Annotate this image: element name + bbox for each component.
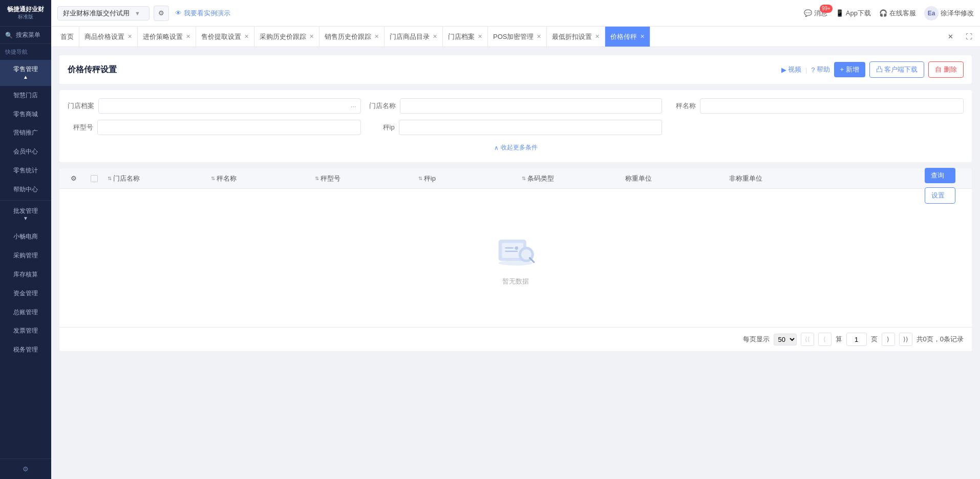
th-barcode: ⇅ 条码类型: [519, 174, 622, 183]
user-menu[interactable]: Ea 徐泽华修改: [924, 6, 974, 20]
scale-ip-input[interactable]: [399, 120, 663, 135]
sidebar-item-retail-mall[interactable]: 零售商城: [0, 105, 51, 124]
sidebar-item-member-center[interactable]: 会员中心: [0, 142, 51, 161]
message-icon: 💬: [804, 9, 812, 17]
messages-btn[interactable]: 💬 消息 99+: [804, 9, 827, 18]
sidebar-item-capital[interactable]: 资金管理: [0, 284, 51, 303]
sidebar-item-invoice[interactable]: 发票管理: [0, 321, 51, 340]
online-service-btn[interactable]: 🎧 在线客服: [879, 9, 916, 18]
quick-nav-label: 快捷导航: [0, 44, 51, 60]
chevron-up-icon: ∧: [494, 144, 499, 151]
search-icon: 🔍: [5, 32, 13, 39]
sort-icon[interactable]: ⇅: [315, 176, 319, 181]
delete-button[interactable]: 自 删除: [928, 61, 964, 78]
store-file-label: 门店档案: [68, 101, 94, 111]
sidebar-item-ledger[interactable]: 总账管理: [0, 303, 51, 322]
add-button[interactable]: + 新增: [834, 62, 865, 77]
pagination-bar: 每页显示 50 ⟨⟨ ⟨ 算 1 页 ⟩ ⟩⟩ 共0页，0条记录: [59, 327, 972, 351]
sidebar-item-inventory[interactable]: 库存核算: [0, 265, 51, 284]
download-button[interactable]: 凸 客户端下载: [869, 61, 925, 78]
demo-link[interactable]: 👁 我要看实例演示: [175, 9, 230, 18]
tab-label: 销售历史价跟踪: [325, 32, 371, 41]
separator: |: [805, 66, 807, 74]
store-file-input-wrapper[interactable]: ···: [98, 98, 361, 114]
tab-close-icon[interactable]: ✕: [374, 34, 379, 39]
sidebar-item-purchase[interactable]: 采购管理: [0, 246, 51, 265]
app-logo-sub: 标准版: [18, 13, 33, 20]
tab-close-icon[interactable]: ✕: [433, 34, 437, 39]
tab-close-icon[interactable]: ✕: [244, 34, 249, 39]
workspace-selector[interactable]: 好业财标准版交付试用 ▼: [57, 6, 150, 20]
workspace-settings-btn[interactable]: ⚙: [154, 6, 169, 21]
filter-row-2: 秤型号 秤ip: [68, 120, 964, 135]
search-menu[interactable]: 🔍 搜索菜单: [0, 27, 51, 44]
tab-purchase-history[interactable]: 采购历史价跟踪 ✕: [254, 27, 319, 47]
tab-min-discount[interactable]: 最低折扣设置 ✕: [547, 27, 605, 47]
sidebar-item-xiaochang[interactable]: 小畅电商: [0, 227, 51, 246]
sidebar-item-tax[interactable]: 税务管理: [0, 340, 51, 359]
close-tab-btn[interactable]: ✕: [943, 30, 957, 44]
video-link[interactable]: ▶ 视频: [781, 65, 801, 74]
sort-icon[interactable]: ⇅: [211, 176, 215, 181]
next-page-btn[interactable]: ⟩: [882, 333, 895, 346]
tab-close-icon[interactable]: ✕: [127, 34, 132, 39]
sidebar-item-label: 库存核算: [13, 270, 38, 279]
sidebar-item-smart-store[interactable]: 智慧门店: [0, 86, 51, 105]
tab-price-scale[interactable]: 价格传秤 ✕: [605, 27, 650, 47]
th-settings[interactable]: ⚙: [63, 175, 84, 182]
app-download-btn[interactable]: 📱 App下载: [836, 9, 871, 18]
maximize-tab-btn[interactable]: ⛶: [962, 30, 976, 44]
tab-store-catalog[interactable]: 门店商品目录 ✕: [385, 27, 443, 47]
scale-name-label: 秤名称: [670, 101, 696, 111]
tab-close-icon[interactable]: ✕: [478, 34, 482, 39]
scale-name-input[interactable]: [700, 98, 964, 114]
first-page-btn[interactable]: ⟨⟨: [801, 333, 814, 346]
tab-price-setting[interactable]: 商品价格设置 ✕: [79, 27, 138, 47]
empty-state: 暂无数据: [59, 189, 972, 327]
tab-store-files[interactable]: 门店档案 ✕: [443, 27, 488, 47]
tab-close-icon[interactable]: ✕: [309, 34, 314, 39]
empty-illustration: [490, 230, 541, 271]
sidebar-item-retail-stats[interactable]: 零售统计: [0, 161, 51, 180]
sidebar-item-marketing[interactable]: 营销推广: [0, 123, 51, 142]
sidebar-divider: [0, 200, 51, 201]
tab-close-icon[interactable]: ✕: [537, 34, 541, 39]
tab-purchase-strategy[interactable]: 进价策略设置 ✕: [138, 27, 196, 47]
collapse-btn[interactable]: ∧ 收起更多条件: [494, 141, 538, 154]
store-file-input[interactable]: [103, 102, 349, 110]
help-link[interactable]: ? 帮助: [811, 65, 829, 74]
sidebar-item-label: 税务管理: [13, 345, 38, 354]
select-all-checkbox[interactable]: [91, 175, 98, 182]
sidebar-item-label: 发票管理: [13, 326, 38, 335]
sidebar-item-help-center[interactable]: 帮助中心: [0, 180, 51, 199]
play-icon: ▶: [781, 66, 786, 74]
tab-pos-security[interactable]: POS加密管理 ✕: [488, 27, 547, 47]
tab-close-icon[interactable]: ✕: [595, 34, 600, 39]
sidebar-item-wholesale[interactable]: 批发管理 ▼: [0, 202, 51, 228]
sidebar-settings-btn[interactable]: ⚙: [0, 459, 51, 479]
scale-model-input[interactable]: [97, 120, 361, 135]
th-weight-unit: 称重单位: [622, 174, 726, 183]
ellipsis-icon[interactable]: ···: [351, 102, 356, 110]
download-icon: 📱: [836, 9, 844, 17]
sidebar-item-retail-mgmt[interactable]: 零售管理 ▲: [0, 60, 51, 86]
last-page-btn[interactable]: ⟩⟩: [899, 333, 912, 346]
tab-close-icon[interactable]: ✕: [640, 34, 645, 39]
sort-icon[interactable]: ⇅: [418, 176, 422, 181]
sort-icon[interactable]: ⇅: [522, 176, 526, 181]
tab-sale-history[interactable]: 销售历史价跟踪 ✕: [319, 27, 385, 47]
sidebar-item-label: 智慧门店: [13, 91, 38, 100]
th-check[interactable]: [84, 175, 104, 182]
per-page-select[interactable]: 50: [774, 334, 797, 345]
tab-home[interactable]: 首页: [55, 27, 79, 47]
tab-sale-extract[interactable]: 售价提取设置 ✕: [196, 27, 254, 47]
query-button[interactable]: 查询: [925, 168, 955, 183]
prev-page-btn[interactable]: ⟨: [818, 333, 832, 346]
sort-icon[interactable]: ⇅: [108, 176, 112, 181]
tab-close-icon[interactable]: ✕: [186, 34, 190, 39]
page-input[interactable]: 1: [846, 333, 867, 346]
store-name-input[interactable]: [400, 98, 663, 114]
sidebar-item-label: 总账管理: [13, 308, 38, 317]
store-name-label: 门店名称: [369, 101, 396, 111]
settings-filter-button[interactable]: 设置: [925, 187, 955, 204]
